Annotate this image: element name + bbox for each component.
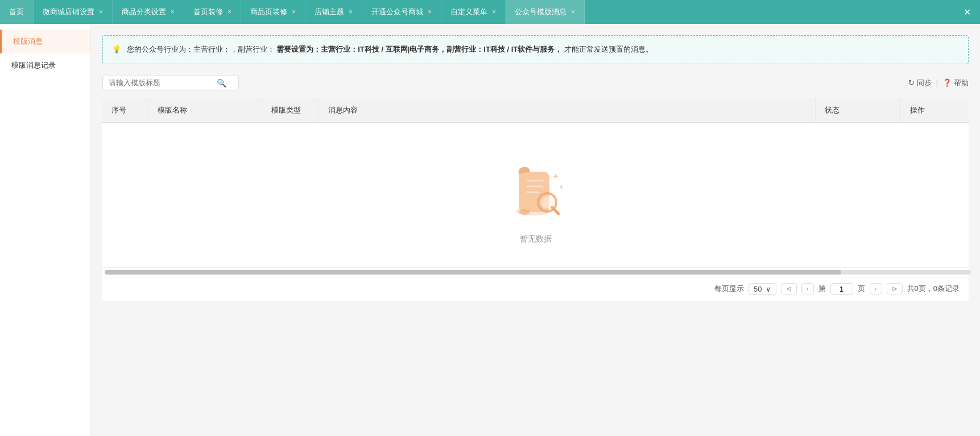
- help-circle-icon: ❓: [942, 78, 952, 87]
- page-size-value: 50: [754, 285, 762, 293]
- tab-micro-store-close[interactable]: ×: [99, 8, 103, 16]
- help-button[interactable]: ❓ 帮助: [942, 78, 969, 88]
- tab-product-decor-close[interactable]: ×: [292, 8, 296, 16]
- pagination-last-button[interactable]: ⊳: [887, 283, 903, 294]
- tab-bar: 首页 微商城店铺设置 × 商品分类设置 × 首页装修 × 商品页装修 × 店铺主…: [0, 0, 980, 24]
- col-action: 操作: [900, 98, 969, 123]
- content-area: 💡 您的公众号行业为：主营行业：，副营行业： 需要设置为：主营行业：IT科技 /…: [91, 24, 980, 436]
- sidebar-item-template-message[interactable]: 模版消息: [0, 30, 90, 53]
- sidebar: 模版消息 模版消息记录: [0, 24, 91, 436]
- col-name: 模版名称: [148, 98, 262, 123]
- tab-store-theme[interactable]: 店铺主题 ×: [305, 0, 362, 24]
- sync-label: 同步: [917, 78, 932, 88]
- tab-product-decor-label: 商品页装修: [250, 7, 287, 17]
- sidebar-item-template-message-label: 模版消息: [13, 37, 43, 45]
- total-info: 共0页，0条记录: [907, 284, 960, 294]
- notice-banner: 💡 您的公众号行业为：主营行业：，副营行业： 需要设置为：主营行业：IT科技 /…: [102, 35, 969, 64]
- table-header-row: 序号 模版名称 模版类型 消息内容 状态: [102, 98, 969, 123]
- data-table: 序号 模版名称 模版类型 消息内容 状态: [102, 98, 969, 267]
- help-label: 帮助: [954, 78, 969, 88]
- empty-state: 暂无数据: [102, 123, 969, 267]
- tab-custom-menu[interactable]: 自定义菜单 ×: [441, 0, 506, 24]
- tab-store-theme-label: 店铺主题: [315, 7, 344, 17]
- search-bar: 🔍 ↻ 同步 | ❓ 帮助: [102, 76, 969, 90]
- tab-template-msg-close[interactable]: ×: [571, 8, 575, 16]
- pagination-first-button[interactable]: ⊲: [781, 283, 797, 294]
- tab-product-category-label: 商品分类设置: [122, 7, 166, 17]
- tab-home-decor-label: 首页装修: [193, 7, 223, 17]
- sync-button[interactable]: ↻ 同步: [908, 78, 932, 88]
- search-input-wrap[interactable]: 🔍: [102, 76, 239, 90]
- tab-custom-menu-label: 自定义菜单: [450, 7, 487, 17]
- global-close-button[interactable]: ✕: [954, 0, 980, 24]
- page-size-select[interactable]: 50 ∨: [749, 283, 776, 295]
- tab-product-category-close[interactable]: ×: [171, 8, 175, 16]
- tab-product-category[interactable]: 商品分类设置 ×: [113, 0, 184, 24]
- page-label-suffix: 页: [858, 284, 865, 294]
- tab-micro-store-label: 微商城店铺设置: [43, 7, 94, 17]
- tab-template-msg-label: 公众号模版消息: [515, 7, 567, 17]
- sync-icon: ↻: [908, 78, 915, 87]
- empty-state-row: 暂无数据: [102, 122, 969, 267]
- empty-illustration: [502, 157, 570, 225]
- col-status: 状态: [815, 98, 900, 123]
- notice-suffix: 才能正常发送预置的消息。: [564, 45, 653, 53]
- svg-point-7: [541, 196, 553, 209]
- search-input[interactable]: [109, 78, 217, 87]
- tab-open-mall[interactable]: 开通公众号商城 ×: [362, 0, 441, 24]
- empty-text: 暂无数据: [520, 234, 552, 244]
- tab-product-decor[interactable]: 商品页装修 ×: [241, 0, 305, 24]
- tab-micro-store[interactable]: 微商城店铺设置 ×: [34, 0, 113, 24]
- tab-template-msg[interactable]: 公众号模版消息 ×: [506, 0, 585, 24]
- toolbar-right: ↻ 同步 | ❓ 帮助: [908, 78, 969, 88]
- col-content: 消息内容: [319, 98, 815, 123]
- page-label-prefix: 第: [818, 284, 826, 294]
- pagination-prev-button[interactable]: ‹: [801, 283, 814, 294]
- scroll-thumb: [105, 270, 841, 275]
- pagination: 每页显示 50 ∨ ⊲ ‹ 第 页 › ⊳ 共0页，0条记录: [102, 277, 969, 301]
- tab-home[interactable]: 首页: [0, 0, 34, 24]
- table-wrapper: 序号 模版名称 模版类型 消息内容 状态: [102, 98, 969, 301]
- svg-point-1: [519, 209, 530, 215]
- notice-prefix: 您的公众号行业为：主营行业：，副营行业：: [127, 45, 275, 53]
- tab-open-mall-label: 开通公众号商城: [371, 7, 423, 17]
- tab-home-label: 首页: [9, 7, 24, 17]
- tab-custom-menu-close[interactable]: ×: [492, 8, 496, 16]
- page-size-chevron-icon: ∨: [766, 285, 771, 293]
- tab-home-decor[interactable]: 首页装修 ×: [184, 0, 241, 24]
- col-index: 序号: [102, 98, 148, 123]
- toolbar-divider: |: [936, 78, 938, 87]
- tab-home-decor-close[interactable]: ×: [228, 8, 231, 16]
- page-size-label: 每页显示: [714, 284, 744, 294]
- horizontal-scrollbar[interactable]: [105, 270, 971, 275]
- search-icon[interactable]: 🔍: [217, 78, 226, 88]
- page-number-input[interactable]: [830, 283, 853, 295]
- notice-highlight: 需要设置为：主营行业：IT科技 / 互联网|电子商务，副营行业：IT科技 / I…: [276, 45, 562, 53]
- tab-open-mall-close[interactable]: ×: [428, 8, 432, 16]
- pagination-next-button[interactable]: ›: [870, 283, 882, 294]
- col-type: 模版类型: [262, 98, 319, 123]
- bulb-icon: 💡: [112, 45, 121, 53]
- sidebar-item-template-record-label: 模版消息记录: [11, 61, 56, 69]
- sidebar-item-template-record[interactable]: 模版消息记录: [0, 53, 90, 77]
- main-layout: 模版消息 模版消息记录 💡 您的公众号行业为：主营行业：，副营行业： 需要设置为…: [0, 24, 980, 436]
- tab-store-theme-close[interactable]: ×: [349, 8, 353, 16]
